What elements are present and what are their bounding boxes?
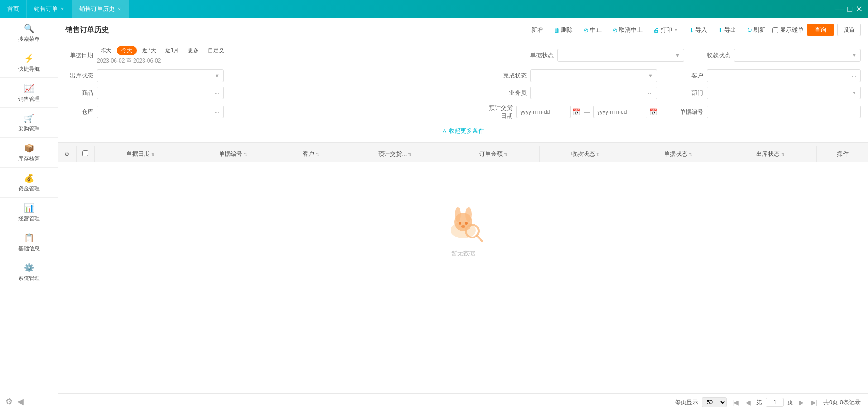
th-payment-status[interactable]: 收款状态 ⇅ [540,146,632,162]
date-tab-custom[interactable]: 自定义 [204,46,228,55]
print-button[interactable]: 🖨 打印 ▼ [650,24,682,36]
amount-sort-icon: ⇅ [504,152,508,157]
payment-status-chevron: ▼ [852,53,857,58]
sidebar-item-purchase-mgmt[interactable]: 🛒 采购管理 [0,108,58,138]
expected-delivery-start-input[interactable] [516,106,571,118]
sidebar-item-finance[interactable]: 💰 资金管理 [0,168,58,198]
customer-select[interactable]: ··· [707,69,861,82]
prev-page-button[interactable]: ◀ [744,399,753,406]
settings-button[interactable]: 设置 [837,24,861,36]
topbar-minus-icon[interactable]: — [835,5,844,14]
th-settings[interactable]: ⚙ [58,146,76,162]
export-button[interactable]: ⬆ 导出 [715,24,740,36]
table-settings-icon[interactable]: ⚙ [64,151,70,158]
topbar-close-icon[interactable]: ✕ [856,4,863,14]
th-amount[interactable]: 订单金额 ⇅ [447,146,540,162]
page-content: 销售订单历史 + 新增 🗑 删除 ⊘ 中止 ⊘ [58,18,868,411]
search-menu-icon: 🔍 [24,24,34,34]
th-date[interactable]: 单据日期 ⇅ [94,146,187,162]
date-dash: — [582,109,591,116]
warehouse-label: 仓库 [65,108,97,116]
delivery-end-calendar-icon[interactable]: 📅 [649,108,657,116]
print-icon: 🖨 [653,27,659,34]
collapse-sidebar-icon[interactable]: ◀ [17,396,24,406]
th-customer[interactable]: 客户 ⇅ [279,146,343,162]
last-page-button[interactable]: ▶| [809,399,820,406]
th-checkbox[interactable] [76,146,94,162]
page-label: 第 [756,398,762,406]
th-number[interactable]: 单据编号 ⇅ [187,146,279,162]
pagination-bar: 每页显示 10 20 50 100 |◀ ◀ 第 页 ▶ ▶| 共0页,0条记录 [58,393,868,411]
sales-mgmt-icon: 📈 [24,83,34,93]
filter-row-4: 仓库 ··· 预计交货日期 📅 — 📅 单 [65,104,861,120]
date-tab-more[interactable]: 更多 [184,46,202,55]
delivery-status-select[interactable]: ▼ [97,69,224,82]
tab-sales-order[interactable]: 销售订单 ✕ [27,0,72,18]
goods-ellipsis-icon[interactable]: ··· [214,89,220,97]
goods-select[interactable]: ··· [97,87,224,99]
main-layout: 🔍 搜索菜单 ⚡ 快捷导航 📈 销售管理 🛒 采购管理 📦 库存核算 💰 资金管… [0,18,868,411]
salesperson-select[interactable]: ··· [530,87,657,99]
warehouse-select[interactable]: ··· [97,106,224,118]
top-bar: 首页 销售订单 ✕ 销售订单历史 ✕ — □ ✕ [0,0,868,18]
collapse-bar[interactable]: ∧ 收起更多条件 [65,125,861,137]
cancel-stop-button[interactable]: ⊘ 取消中止 [609,24,646,36]
import-button[interactable]: ⬇ 导入 [686,24,711,36]
bill-number-input[interactable] [707,106,861,118]
th-delivery-status[interactable]: 出库状态 ⇅ [724,146,817,162]
date-tab-1month[interactable]: 近1月 [162,46,183,55]
sidebar-item-sys-mgmt[interactable]: ⚙️ 系统管理 [0,257,58,287]
bill-status-select[interactable]: ▼ [557,49,684,62]
date-tab-yesterday[interactable]: 昨天 [97,46,115,55]
select-all-checkbox[interactable] [82,150,88,156]
salesperson-ellipsis-icon[interactable]: ··· [647,89,653,97]
warehouse-ellipsis-icon[interactable]: ··· [214,108,220,116]
sidebar-item-search-menu[interactable]: 🔍 搜索菜单 [0,18,58,48]
page-number-input[interactable] [766,398,784,407]
page-size-select[interactable]: 10 20 50 100 [702,397,727,407]
top-tabs: 首页 销售订单 ✕ 销售订单历史 ✕ [0,0,835,18]
delete-icon: 🗑 [554,27,560,34]
th-bill-status[interactable]: 单据状态 ⇅ [632,146,724,162]
topbar-maximize-icon[interactable]: □ [847,5,852,14]
query-button[interactable]: 查询 [807,24,834,36]
th-expected-delivery[interactable]: 预计交货... ⇅ [343,146,447,162]
sidebar-item-inventory[interactable]: 📦 库存核算 [0,138,58,168]
bill-status-sort-icon: ⇅ [689,152,692,157]
settings-bottom-icon[interactable]: ⚙ [5,396,13,406]
display-toggle-checkbox[interactable] [772,27,778,33]
next-page-button[interactable]: ▶ [797,399,806,406]
th-operation-label: 操作 [837,150,849,157]
sidebar-item-sales-mgmt[interactable]: 📈 销售管理 [0,78,58,108]
customer-ellipsis-icon[interactable]: ··· [851,72,857,79]
sidebar-item-base-info[interactable]: 📋 基础信息 [0,227,58,257]
first-page-button[interactable]: |◀ [730,399,741,406]
table-container: ⚙ 单据日期 ⇅ [58,146,868,393]
date-tab-7days[interactable]: 近7天 [139,46,160,55]
date-tab-today[interactable]: 今天 [117,46,137,55]
tab-home[interactable]: 首页 [0,0,27,18]
sidebar-label-finance: 资金管理 [18,185,40,193]
completion-status-select[interactable]: ▼ [530,69,657,82]
display-toggle-label: 显示碰单 [780,26,804,34]
page-header: 销售订单历史 + 新增 🗑 删除 ⊘ 中止 ⊘ [58,18,868,40]
tab-sales-order-history[interactable]: 销售订单历史 ✕ [72,0,129,18]
payment-status-select[interactable]: ▼ [734,49,861,62]
export-label: 导出 [724,26,736,34]
expected-delivery-end-input[interactable] [593,106,647,118]
department-select[interactable]: ▼ [707,87,861,99]
sidebar-item-operation[interactable]: 📊 经营管理 [0,198,58,227]
stop-button[interactable]: ⊘ 中止 [580,24,605,36]
purchase-mgmt-icon: 🛒 [24,113,34,123]
close-sales-order-icon[interactable]: ✕ [60,6,64,12]
content-area: 销售订单历史 + 新增 🗑 删除 ⊘ 中止 ⊘ [58,18,868,411]
new-button[interactable]: + 新增 [523,24,547,36]
sidebar-item-quick-nav[interactable]: ⚡ 快捷导航 [0,48,58,78]
delivery-start-calendar-icon[interactable]: 📅 [572,108,580,116]
delete-button[interactable]: 🗑 删除 [550,24,576,36]
th-bill-status-label: 单据状态 [664,150,687,158]
refresh-button[interactable]: ↻ 刷新 [743,24,769,36]
sidebar-label-search-menu: 搜索菜单 [18,35,40,43]
inventory-icon: 📦 [24,143,34,153]
close-history-icon[interactable]: ✕ [117,6,121,12]
